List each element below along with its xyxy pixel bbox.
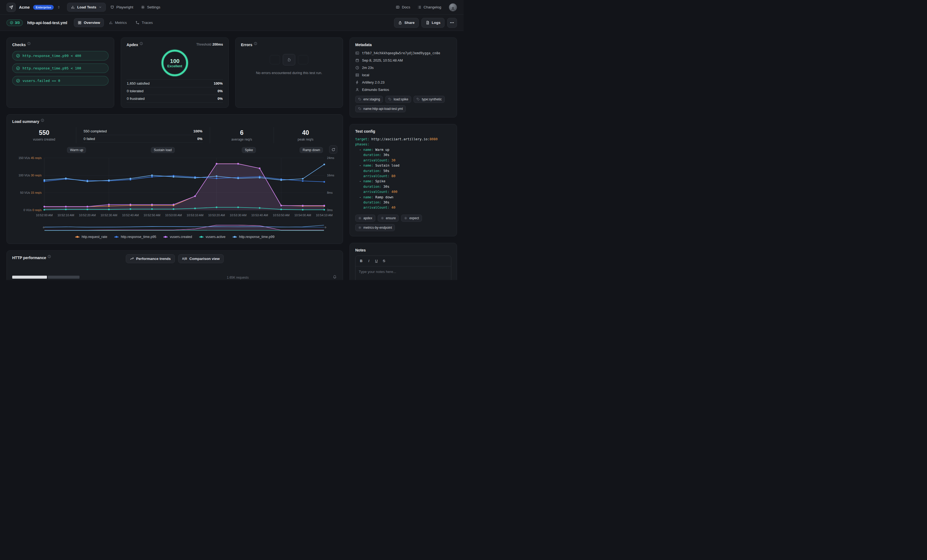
bold-button[interactable]: B — [358, 258, 365, 264]
changelog-link[interactable]: Changelog — [414, 3, 445, 11]
http-performance-title-text: HTTP performance — [12, 256, 46, 260]
view-tabs: Overview Metrics Traces — [74, 18, 157, 27]
nav-item-label: Settings — [147, 5, 160, 9]
plugin-label: metrics-by-endpoint — [363, 226, 392, 229]
italic-button[interactable]: I — [365, 258, 372, 264]
failed-label: 0 failed — [84, 137, 95, 141]
metadata-environment-row: local — [355, 73, 451, 77]
stat-label: vusers created — [33, 138, 55, 141]
config-code-line: duration: 30s — [355, 200, 451, 205]
legend-item-http.request_rate[interactable]: http.request_rate — [75, 235, 108, 239]
apdex-card: Apdex Threshold200ms 100 Excellent 1,650… — [121, 38, 228, 108]
apdex-score-ring: 100 Excellent — [161, 50, 188, 76]
strikethrough-button[interactable]: S — [380, 258, 388, 264]
plugin-metrics-by-endpoint[interactable]: metrics-by-endpoint — [355, 224, 395, 231]
nav-item-settings[interactable]: Settings — [138, 3, 164, 11]
metrics-chart-icon — [109, 21, 113, 25]
check-item: http.response_time.p99 < 400 — [12, 51, 109, 61]
comparison-view-button[interactable]: A|B Comparison view — [178, 254, 224, 263]
plugin-ensure[interactable]: ensure — [378, 215, 399, 222]
plugin-label: ensure — [386, 216, 396, 220]
summary-cards-row: Checks http.response_time.p99 < 400 http… — [6, 38, 343, 108]
http-performance-actions: Performance trends A|B Comparison view — [126, 254, 223, 263]
legend-marker — [233, 237, 237, 237]
legend-item-http.response_time.p95[interactable]: http.response_time.p95 — [114, 235, 156, 239]
bell-icon[interactable] — [333, 275, 337, 279]
completed-row: 550 completed 100% — [83, 127, 203, 135]
share-button[interactable]: Share — [394, 18, 419, 28]
stat-peak-rps: 40 peak req/s — [274, 127, 337, 143]
tag-label: load:spike — [394, 97, 408, 101]
svg-text:10:53:30 AM: 10:53:30 AM — [230, 214, 247, 217]
errors-empty-state: No errors encountered during this test r… — [241, 47, 337, 77]
app-logo[interactable] — [6, 3, 16, 12]
brush-handle-right[interactable]: ‹› — [325, 225, 326, 229]
performance-trends-button[interactable]: Performance trends — [126, 254, 175, 263]
legend-item-vusers.created[interactable]: vusers.created — [163, 235, 192, 239]
endpoint-distribution-bar — [12, 276, 79, 279]
info-icon[interactable] — [27, 42, 31, 45]
svg-text:10:54:10 AM: 10:54:10 AM — [316, 214, 333, 217]
timeseries-chart[interactable]: 0 VUs 0 req/s0ms50 VUs 15 req/s8ms100 VU… — [12, 153, 337, 222]
tag-label: env:staging — [363, 97, 380, 101]
empty-box-left — [270, 55, 280, 64]
run-date: Sep 8, 2025, 10:51:48 AM — [362, 58, 403, 62]
failed-row: 0 failed 0% — [83, 135, 203, 143]
plugin-apdex[interactable]: apdex — [355, 215, 375, 222]
svg-text:24ms: 24ms — [327, 156, 334, 159]
legend-item-vusers.active[interactable]: vusers.active — [199, 235, 225, 239]
tag-type-synthetic[interactable]: type:synthetic — [413, 96, 445, 103]
org-switcher[interactable] — [57, 5, 61, 9]
user-avatar[interactable] — [449, 3, 457, 11]
nav-item-load-tests[interactable]: Load Tests — [67, 3, 106, 12]
svg-text:10:53:00 AM: 10:53:00 AM — [165, 214, 182, 217]
svg-text:10:53:50 AM: 10:53:50 AM — [273, 214, 290, 217]
tab-metrics[interactable]: Metrics — [105, 18, 131, 27]
traces-route-icon — [135, 21, 140, 25]
info-icon[interactable] — [254, 42, 257, 45]
checks-card: Checks http.response_time.p99 < 400 http… — [6, 38, 114, 108]
completion-rows: 550 completed 100% 0 failed 0% — [83, 127, 203, 143]
tab-traces[interactable]: Traces — [132, 18, 157, 27]
chart-refresh-button[interactable] — [329, 146, 337, 153]
playwright-mask-icon — [110, 5, 114, 9]
nav-item-playwright[interactable]: Playwright — [107, 3, 137, 11]
tab-overview[interactable]: Overview — [74, 18, 104, 27]
chart-legend: http.request_ratehttp.response_time.p95v… — [12, 235, 337, 239]
requests-count: 1.65K requests — [227, 276, 249, 279]
info-icon[interactable] — [140, 42, 143, 45]
gear-icon — [358, 226, 362, 229]
calendar-icon — [355, 58, 359, 62]
changelog-list-icon — [417, 5, 421, 9]
phase-label-pill: Sustain load — [151, 147, 175, 153]
config-code-line: - name: Warm up — [355, 147, 451, 152]
more-menu-button[interactable]: ⋯ — [447, 18, 457, 28]
info-icon[interactable] — [47, 255, 51, 258]
notes-input[interactable]: Type your notes here... — [356, 266, 451, 280]
changelog-label: Changelog — [424, 5, 441, 9]
run-environment: local — [362, 73, 369, 77]
metadata-card: Metadata tfbb7_h4chkkhqeeg8w5re7ydj3emd9… — [350, 38, 457, 117]
info-icon[interactable] — [41, 118, 44, 122]
tag-env-staging[interactable]: env:staging — [355, 96, 383, 103]
tag-name-test-file[interactable]: name:http-api-load-test.yml — [355, 105, 406, 112]
load-summary-card: Load summary 550 vusers created 550 comp… — [6, 114, 343, 244]
docs-link[interactable]: Docs — [392, 3, 413, 11]
plugin-expect[interactable]: expect — [401, 215, 422, 222]
brush-handle-left[interactable]: ‹› — [43, 225, 44, 229]
legend-label: http.response_time.p95 — [121, 235, 156, 239]
notes-title: Notes — [355, 248, 366, 252]
underline-button[interactable]: U — [373, 258, 380, 264]
test-header-actions: Share Logs ⋯ — [394, 18, 457, 28]
svg-text:150 VUs 45 req/s: 150 VUs 45 req/s — [18, 156, 41, 159]
config-code-line: phases: — [355, 142, 451, 147]
tag-load-spike[interactable]: load:spike — [385, 96, 411, 103]
config-code-line: - name: Ramp down — [355, 195, 451, 200]
svg-text:10:53:10 AM: 10:53:10 AM — [187, 214, 204, 217]
load-summary-title-text: Load summary — [12, 119, 40, 124]
http-performance-title: HTTP performance — [12, 256, 51, 260]
errors-title-text: Errors — [241, 42, 252, 47]
chart-brush-minimap[interactable]: ‹› ‹› — [44, 223, 324, 231]
legend-item-http.response_time.p99[interactable]: http.response_time.p99 — [233, 235, 275, 239]
logs-button[interactable]: Logs — [421, 18, 445, 28]
